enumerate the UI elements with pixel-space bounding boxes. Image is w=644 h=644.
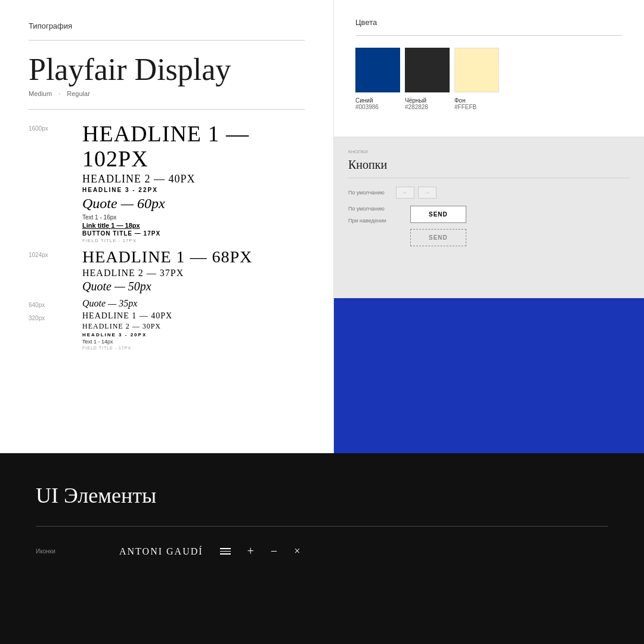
type-content-640: Quote — 35px — [82, 298, 305, 311]
color-box-white — [454, 48, 499, 92]
typography-section-title: Типография — [29, 21, 305, 30]
right-panel: Цвета Синий #003986 Чёрный #282828 Фон #… — [334, 0, 644, 453]
buttons-panel-title: Кнопки — [348, 158, 630, 172]
btn-group-default: ← → — [396, 187, 436, 199]
btn-send-hover[interactable]: Send — [410, 229, 466, 246]
color-name-black: Чёрный — [405, 97, 450, 104]
bp-label-1024: 1024px — [29, 248, 82, 298]
typography-panel: Типография Playfair Display Medium · Reg… — [0, 0, 334, 453]
color-swatch-blue: Синий #003986 — [355, 48, 400, 110]
buttons-divider — [348, 178, 630, 178]
bottom-section: UI Элементы Иконки ANTONI GAUDÍ + − × — [0, 453, 644, 644]
color-box-black — [405, 48, 450, 92]
type-grid-1600: 1600px HEADLINE 1 — 102PX HEADLINE 2 — 4… — [29, 122, 305, 248]
h2-320: HEADLINE 2 — 30PX — [82, 322, 305, 331]
type-content-320: HEADLINE 1 — 40PX HEADLINE 2 — 30PX HEAD… — [82, 311, 305, 350]
type-grid-320: 320px HEADLINE 1 — 40PX HEADLINE 2 — 30P… — [29, 311, 305, 350]
minus-icon[interactable]: − — [271, 544, 277, 558]
color-hex-white: #FFEFB — [454, 104, 499, 110]
bp-label-1600: 1600px — [29, 122, 82, 248]
colors-section-title: Цвета — [355, 18, 623, 27]
color-name-blue: Синий — [355, 97, 400, 104]
button-row-default: По умолчанию ← → — [348, 187, 630, 199]
buttons-panel-label: КНОПКИ — [348, 149, 630, 154]
h1-320: HEADLINE 1 — 40PX — [82, 311, 305, 321]
icons-label: Иконки — [36, 548, 95, 555]
color-box-blue — [355, 48, 400, 92]
close-icon[interactable]: × — [294, 545, 300, 558]
h2-1024: HEADLINE 2 — 37PX — [82, 268, 305, 278]
color-hex-blue: #003986 — [355, 104, 400, 110]
colors-divider — [355, 35, 623, 36]
color-name-white: Фон — [454, 97, 499, 104]
font-weights: Medium · Regular — [29, 90, 305, 97]
typography-divider — [29, 40, 305, 41]
btn-arrow-left[interactable]: ← — [396, 187, 414, 199]
color-swatch-black: Чёрный #282828 — [405, 48, 450, 110]
form-label-hover: При наведении — [348, 218, 396, 224]
form-label-default: По умолчанию — [348, 206, 396, 212]
h1-1024: HEADLINE 1 — 68PX — [82, 248, 305, 267]
logo-text: ANTONI GAUDÍ — [119, 546, 203, 557]
plus-icon[interactable]: + — [247, 544, 254, 558]
buttons-panel: КНОПКИ Кнопки По умолчанию ← → По умолча… — [334, 137, 644, 298]
bp-label-640: 640px — [29, 298, 82, 311]
type-grid-640: 640px Quote — 35px — [29, 298, 305, 311]
type-content-1600: HEADLINE 1 — 102PX HEADLINE 2 — 40PX HEA… — [82, 122, 305, 248]
field-320: Field title - 17px — [82, 346, 305, 350]
type-grid-1024: 1024px HEADLINE 1 — 68PX HEADLINE 2 — 37… — [29, 248, 305, 298]
typography-divider-2 — [29, 109, 305, 110]
icons-content: ANTONI GAUDÍ + − × — [119, 544, 300, 558]
ui-elements-title: UI Элементы — [36, 483, 608, 508]
text1-320: Text 1 - 14px — [82, 339, 305, 345]
h3-1600: HEADLINE 3 - 22PX — [82, 187, 305, 193]
type-content-1024: HEADLINE 1 — 68PX HEADLINE 2 — 37PX Quot… — [82, 248, 305, 298]
color-swatch-white: Фон #FFEFB — [454, 48, 499, 110]
color-hex-black: #282828 — [405, 104, 450, 110]
text1-1600: Text 1 - 16px — [82, 214, 305, 221]
quote-1024: Quote — 50px — [82, 280, 305, 293]
blue-accent-panel — [334, 298, 644, 453]
bottom-divider — [36, 526, 608, 527]
hamburger-icon[interactable] — [220, 548, 231, 555]
bp-label-320: 320px — [29, 311, 82, 350]
btn-send-default[interactable]: Send — [410, 206, 466, 223]
h2-1600: HEADLINE 2 — 40PX — [82, 173, 305, 185]
h1-1600: HEADLINE 1 — 102PX — [82, 122, 305, 172]
font-weight-separator: · — [58, 90, 60, 97]
color-swatches: Синий #003986 Чёрный #282828 Фон #FFEFB — [355, 48, 623, 110]
font-display-name: Playfair Display — [29, 52, 305, 86]
btn-row-label-default: По умолчанию — [348, 190, 396, 196]
font-weight-regular: Regular — [67, 90, 90, 97]
field-1600: FIELD TITLE - 17PX — [82, 238, 305, 243]
quote-640: Quote — 35px — [82, 298, 305, 309]
btn-1600: Button title — 17px — [82, 230, 305, 237]
icons-row: Иконки ANTONI GAUDÍ + − × — [36, 544, 608, 558]
quote-1600: Quote — 60px — [82, 196, 305, 212]
font-weight-medium: Medium — [29, 90, 52, 97]
btn-arrow-right[interactable]: → — [418, 187, 436, 199]
colors-panel: Цвета Синий #003986 Чёрный #282828 Фон #… — [334, 0, 644, 137]
h3-320: HEADLINE 3 - 20PX — [82, 332, 305, 338]
link1-1600: Link title 1 — 18px — [82, 222, 305, 229]
